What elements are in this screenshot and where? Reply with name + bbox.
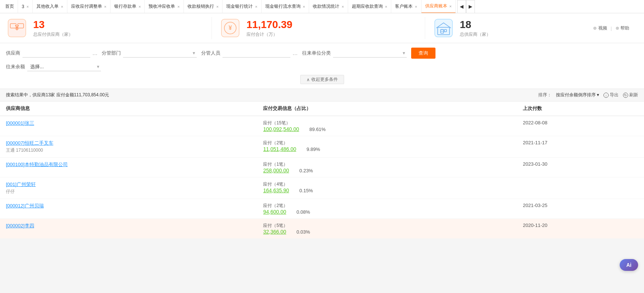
table-cell-ap-info: 应付（2笔）11,051,486.009.89% bbox=[257, 136, 517, 158]
ap-amount[interactable]: 11,051,486.00 bbox=[263, 146, 296, 152]
stat-payable-amount-label: 应付合计（万） bbox=[246, 31, 293, 38]
query-button[interactable]: 查询 bbox=[411, 48, 435, 59]
unit-class-select[interactable] bbox=[333, 49, 407, 57]
ap-percent: 0.15% bbox=[300, 188, 313, 193]
collapse-bar: ∧ 收起更多条件 bbox=[6, 75, 638, 84]
nav-tab-customer-account[interactable]: 客户账本 × bbox=[391, 0, 421, 13]
supplier-link[interactable]: [001]广州荣轩 bbox=[6, 182, 36, 187]
nav-tab-ap-adjust[interactable]: 应收应付调整单 × bbox=[67, 0, 111, 13]
refresh-icon: ↻ bbox=[623, 93, 628, 98]
close-tab-collect-stat[interactable]: × bbox=[342, 4, 344, 9]
nav-tab-collect-stat[interactable]: 收款情况统计 × bbox=[309, 0, 348, 13]
nav-tab-advance-collect[interactable]: 预收冲应收单 × bbox=[145, 0, 183, 13]
filter-balance: 往来余额 选择... ▾ bbox=[6, 62, 101, 71]
col-header-ap-info: 应付交易信息（占比） bbox=[257, 101, 517, 116]
supplier-sub-info: 仔仔 bbox=[6, 189, 251, 195]
table-cell-supplier: [000012]广州贝瑞 bbox=[0, 199, 257, 219]
supplier-link[interactable]: [000001]张三 bbox=[6, 120, 34, 126]
table-row: [000100]本特勤油品有限公司应付（1笔）258,000.000.23%20… bbox=[0, 158, 644, 177]
ap-count: （15笔） bbox=[272, 120, 290, 125]
supplier-link[interactable]: [000012]广州贝瑞 bbox=[6, 203, 44, 208]
supplier-link[interactable]: [000100]本特勤油品有限公司 bbox=[6, 162, 68, 167]
supplier-link[interactable]: [000002]李四 bbox=[6, 223, 34, 228]
close-tab-3[interactable]: × bbox=[27, 4, 29, 9]
table-cell-ap-info: 应付（4笔）164,635.900.15% bbox=[257, 177, 517, 199]
close-tab-advance-collect[interactable]: × bbox=[177, 4, 179, 9]
stat-payable-amount-number: 11,170.39 bbox=[246, 18, 293, 31]
nav-tab-3[interactable]: 3 × bbox=[18, 0, 33, 13]
person-dots[interactable]: ... bbox=[293, 50, 297, 56]
ap-label: 应付（15笔） bbox=[263, 120, 511, 126]
ap-count: （4笔） bbox=[272, 182, 288, 187]
table-cell-last-payment: 2023-01-30 bbox=[517, 158, 644, 177]
stat-payable-suppliers-text: 13 总应付供应商（家） bbox=[33, 18, 73, 38]
ap-percent: 0.23% bbox=[300, 168, 313, 173]
table-row: [000002]李四应付（5笔）32,366.000.03%2020-11-20 bbox=[0, 219, 644, 239]
nav-tab-other-income[interactable]: 其他收入单 × bbox=[33, 0, 67, 13]
close-tab-ap-adjust[interactable]: × bbox=[104, 4, 106, 9]
table-cell-last-payment: 2021-11-17 bbox=[517, 136, 644, 158]
export-button[interactable]: ↓ 导出 bbox=[603, 92, 619, 98]
balance-select[interactable]: 选择... bbox=[27, 62, 86, 71]
nav-arrow-right[interactable]: ▶ bbox=[466, 0, 475, 13]
table-header-row: 供应商信息 应付交易信息（占比） 上次付数 bbox=[0, 101, 644, 116]
ap-percent: 0.03% bbox=[297, 229, 310, 235]
ap-amount[interactable]: 100,092,540.00 bbox=[263, 126, 299, 132]
dept-label: 分管部门 bbox=[102, 50, 121, 56]
table-cell-supplier: [001]广州荣轩仔仔 bbox=[0, 177, 257, 199]
ap-amount[interactable]: 258,000.00 bbox=[263, 168, 289, 173]
balance-select-wrapper: 选择... ▾ bbox=[27, 62, 101, 71]
collapse-button[interactable]: ∧ 收起更多条件 bbox=[300, 75, 344, 84]
nav-tab-cash-bank-stat[interactable]: 现金银行统计 × bbox=[223, 0, 261, 13]
table-row: [000007]恒旺二手叉车王通 17106110000应付（2笔）11,051… bbox=[0, 136, 644, 158]
close-tab-overdue-query[interactable]: × bbox=[385, 4, 387, 9]
ap-type-label: 应付 bbox=[263, 182, 272, 187]
filter-dept: 分管部门 ▾ bbox=[102, 49, 197, 58]
total-suppliers-icon bbox=[433, 17, 455, 39]
unit-class-label: 往来单位分类 bbox=[302, 50, 331, 56]
ap-type-label: 应付 bbox=[263, 120, 272, 125]
dept-select[interactable] bbox=[123, 49, 189, 57]
supplier-dots[interactable]: ... bbox=[92, 50, 97, 56]
nav-tab-receipt-verify[interactable]: 收款核销执行 × bbox=[184, 0, 223, 13]
refresh-button[interactable]: ↻ 刷新 bbox=[623, 92, 638, 98]
close-tab-receipt-verify[interactable]: × bbox=[216, 4, 218, 9]
close-tab-customer-account[interactable]: × bbox=[415, 4, 417, 9]
last-payment-date: 2020-11-20 bbox=[523, 223, 547, 228]
video-link[interactable]: ⊙ 视频 bbox=[593, 25, 607, 31]
nav-tab-overdue-query[interactable]: 超期应收款查询 × bbox=[348, 0, 391, 13]
nav-tab-home[interactable]: 首页 bbox=[1, 0, 18, 13]
unit-class-select-wrapper: ▾ bbox=[333, 49, 407, 58]
last-payment-date: 2021-03-25 bbox=[523, 203, 547, 208]
ap-label: 应付（1笔） bbox=[263, 161, 511, 168]
supplier-label: 供应商 bbox=[6, 50, 20, 56]
sort-value[interactable]: 按应付余额倒序排序 ▾ bbox=[556, 92, 599, 98]
close-tab-cash-bank-stat[interactable]: × bbox=[255, 4, 257, 9]
supplier-link[interactable]: [000007]恒旺二手叉车 bbox=[6, 140, 53, 146]
results-actions: 排序： 按应付余额倒序排序 ▾ ↓ 导出 ↻ 刷新 bbox=[538, 92, 638, 98]
dept-chevron-icon: ▾ bbox=[193, 50, 195, 56]
stat-total-suppliers-label: 总供应商（家） bbox=[460, 31, 491, 38]
ap-label: 应付（2笔） bbox=[263, 140, 511, 146]
close-tab-bank-deposit[interactable]: × bbox=[139, 4, 141, 9]
person-input[interactable] bbox=[223, 49, 290, 58]
nav-tab-bank-deposit[interactable]: 银行存款单 × bbox=[111, 0, 145, 13]
ap-amount[interactable]: 94,600.00 bbox=[263, 209, 286, 215]
close-tab-other-income[interactable]: × bbox=[61, 4, 63, 9]
table-cell-supplier: [000001]张三 bbox=[0, 116, 257, 136]
ap-amount[interactable]: 32,366.00 bbox=[263, 229, 286, 235]
close-tab-supplier-account[interactable]: × bbox=[449, 4, 452, 8]
ap-percent: 9.89% bbox=[307, 146, 320, 152]
nav-arrow-left[interactable]: ◀ bbox=[457, 0, 466, 13]
top-navigation: 首页 3 × 其他收入单 × 应收应付调整单 × 银行存款单 × 预收冲应收单 … bbox=[0, 0, 644, 13]
nav-tab-supplier-account[interactable]: 供应商账本 × bbox=[421, 0, 456, 13]
top-right-links: ⊙ 视频 | ⊙ 帮助 bbox=[593, 25, 632, 31]
supplier-input[interactable] bbox=[22, 49, 90, 58]
close-tab-cash-bank-flow[interactable]: × bbox=[303, 4, 305, 9]
stat-total-suppliers-number: 18 bbox=[460, 18, 491, 31]
filter-row-2: 往来余额 选择... ▾ bbox=[6, 62, 638, 71]
nav-tab-cash-bank-flow[interactable]: 现金银行流水查询 × bbox=[262, 0, 309, 13]
table-cell-supplier: [000002]李四 bbox=[0, 219, 257, 239]
ap-amount[interactable]: 164,635.90 bbox=[263, 187, 289, 193]
help-link[interactable]: ⊙ 帮助 bbox=[616, 25, 629, 31]
